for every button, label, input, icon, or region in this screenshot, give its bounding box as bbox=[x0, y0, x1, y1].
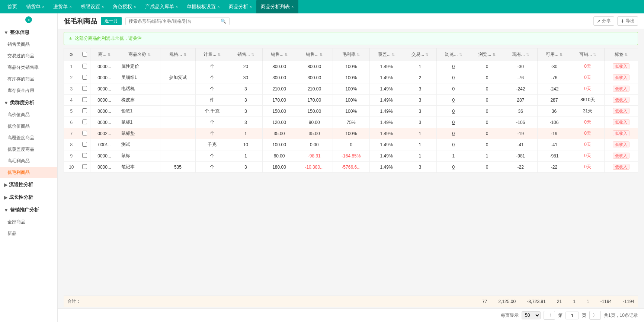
row-checkbox[interactable] bbox=[82, 164, 87, 169]
nav-close-icon[interactable]: × bbox=[250, 4, 252, 9]
row-checkbox[interactable] bbox=[82, 64, 87, 68]
nav-close-icon[interactable]: × bbox=[102, 4, 104, 9]
nav-close-icon[interactable]: × bbox=[217, 4, 220, 9]
nav-home[interactable]: 首页 bbox=[3, 0, 22, 13]
col-sales-amt[interactable]: 销售... ⇅ bbox=[262, 48, 296, 61]
sidebar-item-stock-products[interactable]: 有库存的商品 bbox=[0, 73, 57, 85]
table-container[interactable]: ⚙ 商... ⇅ 商品名称 ⇅ 规格... ⇅ 计量... ⇅ 销售... ⇅ … bbox=[64, 48, 638, 296]
sidebar-item-new-products[interactable]: 新品 bbox=[0, 228, 57, 239]
nav-close-icon[interactable]: × bbox=[69, 4, 71, 9]
period-btn[interactable]: 近一月 bbox=[101, 17, 122, 25]
row-browse1[interactable]: 0 bbox=[437, 128, 470, 139]
col-checkbox[interactable] bbox=[79, 48, 90, 61]
sidebar-item-sales-products[interactable]: 销售类商品 bbox=[0, 39, 57, 50]
col-name[interactable]: 商品名称 ⇅ bbox=[119, 48, 160, 61]
nav-purchase-order[interactable]: 进货单 × bbox=[49, 0, 76, 13]
col-browse2[interactable]: 浏览... ⇅ bbox=[470, 48, 504, 61]
row-sales-amt: 150.00 bbox=[262, 106, 296, 117]
col-browse1[interactable]: 浏览... ⇅ bbox=[437, 48, 470, 61]
col-settings[interactable]: ⚙ bbox=[64, 48, 79, 61]
col-code[interactable]: 商... ⇅ bbox=[90, 48, 119, 61]
row-checkbox[interactable] bbox=[82, 131, 87, 136]
sidebar-collapse-btn[interactable]: « bbox=[25, 16, 32, 23]
nav-product-inbound[interactable]: 产成品入库单 × bbox=[141, 0, 182, 13]
row-browse1[interactable]: 0 bbox=[437, 117, 470, 128]
row-checkbox-cell[interactable] bbox=[79, 95, 90, 106]
col-current-stock[interactable]: 现有... ⇅ bbox=[504, 48, 537, 61]
sidebar-item-category-rate[interactable]: 商品分类销售率 bbox=[0, 62, 57, 73]
nav-product-analysis-list[interactable]: 商品分析列表 × bbox=[256, 0, 298, 13]
nav-sales-order[interactable]: 销货单 × bbox=[22, 0, 49, 13]
row-checkbox-cell[interactable] bbox=[79, 150, 90, 162]
nav-product-analysis[interactable]: 商品分析 × bbox=[224, 0, 256, 13]
row-checkbox[interactable] bbox=[82, 75, 87, 80]
sidebar-item-low-value[interactable]: 低价值商品 bbox=[0, 121, 57, 132]
page-size-select[interactable]: 50 100 200 bbox=[522, 311, 541, 319]
row-checkbox-cell[interactable] bbox=[79, 128, 90, 139]
row-saleable-days: 8610天 bbox=[571, 95, 605, 106]
col-cover-rate[interactable]: 覆盖... ⇅ bbox=[369, 48, 403, 61]
nav-close-icon[interactable]: × bbox=[134, 4, 136, 9]
row-browse1[interactable]: 0 bbox=[437, 139, 470, 150]
row-checkbox[interactable] bbox=[82, 86, 87, 91]
search-input[interactable] bbox=[129, 19, 221, 24]
sidebar-group-growth[interactable]: ▶ 成长性分析 bbox=[0, 191, 57, 204]
nav-role-auth[interactable]: 角色授权 × bbox=[108, 0, 140, 13]
share-btn[interactable]: ↗ 分享 bbox=[593, 16, 614, 26]
row-checkbox[interactable] bbox=[82, 97, 87, 102]
nav-close-icon[interactable]: × bbox=[176, 4, 178, 9]
col-sales-amt2[interactable]: 销售... ⇅ bbox=[296, 48, 333, 61]
row-checkbox[interactable] bbox=[82, 153, 87, 158]
col-trade-count[interactable]: 交易... ⇅ bbox=[403, 48, 437, 61]
row-checkbox[interactable] bbox=[82, 142, 87, 147]
page-input[interactable] bbox=[565, 312, 579, 319]
row-checkbox-cell[interactable] bbox=[79, 162, 90, 173]
row-checkbox-cell[interactable] bbox=[79, 139, 90, 150]
row-tag: 低收入 bbox=[605, 117, 638, 128]
next-page-btn[interactable]: 〉 bbox=[589, 311, 601, 320]
col-sales-qty[interactable]: 销售... ⇅ bbox=[229, 48, 262, 61]
row-checkbox[interactable] bbox=[82, 108, 87, 113]
sidebar-item-stock-capital[interactable]: 库存资金占用 bbox=[0, 85, 57, 96]
col-saleable-days[interactable]: 可销... ⇅ bbox=[571, 48, 605, 61]
search-icon[interactable]: 🔍 bbox=[221, 19, 226, 24]
prev-page-btn[interactable]: 〈 bbox=[544, 311, 555, 320]
export-btn[interactable]: ⬇ 导出 bbox=[617, 16, 638, 26]
sidebar-group-marketing[interactable]: ▼ 营销推广分析 bbox=[0, 204, 57, 216]
row-checkbox-cell[interactable] bbox=[79, 61, 90, 72]
row-browse1[interactable]: 0 bbox=[437, 162, 470, 173]
col-unit[interactable]: 计量... ⇅ bbox=[195, 48, 229, 61]
sidebar-item-high-margin[interactable]: 高毛利商品 bbox=[0, 155, 57, 167]
nav-permission[interactable]: 权限设置 × bbox=[76, 0, 108, 13]
row-checkbox-cell[interactable] bbox=[79, 72, 90, 83]
nav-order-template[interactable]: 单据模板设置 × bbox=[182, 0, 224, 13]
row-checkbox-cell[interactable] bbox=[79, 106, 90, 117]
col-tag[interactable]: 标签 ⇅ bbox=[605, 48, 638, 61]
row-browse1[interactable]: 0 bbox=[437, 95, 470, 106]
sidebar-item-high-coverage[interactable]: 高覆盖度商品 bbox=[0, 132, 57, 144]
row-browse1[interactable]: 0 bbox=[437, 72, 470, 83]
select-all-checkbox[interactable] bbox=[82, 52, 87, 57]
row-checkbox-cell[interactable] bbox=[79, 117, 90, 128]
sidebar-group-cluster[interactable]: ▼ 类群度分析 bbox=[0, 96, 57, 109]
sidebar-item-low-coverage[interactable]: 低覆盖度商品 bbox=[0, 144, 57, 155]
row-checkbox[interactable] bbox=[82, 119, 87, 124]
row-spec bbox=[160, 139, 195, 150]
row-browse1[interactable]: 1 bbox=[437, 150, 470, 162]
nav-close-icon[interactable]: × bbox=[42, 4, 44, 9]
col-spec[interactable]: 规格... ⇅ bbox=[160, 48, 195, 61]
sidebar-item-traded-products[interactable]: 交易过的商品 bbox=[0, 50, 57, 62]
col-avail-stock[interactable]: 可用... ⇅ bbox=[537, 48, 571, 61]
sidebar-item-high-value[interactable]: 高价值商品 bbox=[0, 109, 57, 121]
sidebar-group-liquidity[interactable]: ▶ 流通性分析 bbox=[0, 178, 57, 191]
row-browse1[interactable]: 0 bbox=[437, 83, 470, 95]
row-trade-count: 3 bbox=[403, 106, 437, 117]
sidebar-group-overall[interactable]: ▼ 整体信息 bbox=[0, 26, 57, 39]
sidebar-item-all-products[interactable]: 全部商品 bbox=[0, 216, 57, 228]
row-checkbox-cell[interactable] bbox=[79, 83, 90, 95]
nav-close-icon[interactable]: × bbox=[291, 4, 294, 9]
sidebar-item-low-margin[interactable]: 低毛利商品 bbox=[0, 167, 57, 178]
row-browse1[interactable]: 0 bbox=[437, 106, 470, 117]
col-gross-rate[interactable]: 毛利率 ⇅ bbox=[333, 48, 369, 61]
row-browse1[interactable]: 0 bbox=[437, 61, 470, 72]
